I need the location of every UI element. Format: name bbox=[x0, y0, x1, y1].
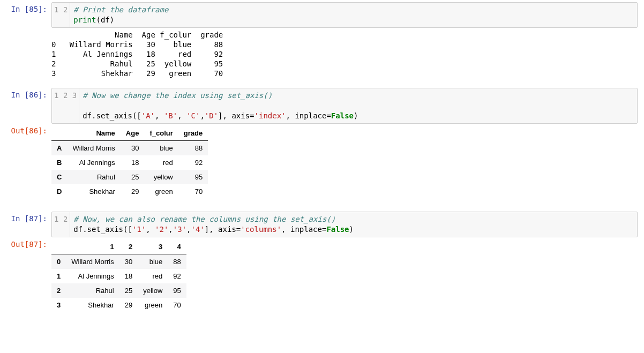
gutter-85: 1 2 bbox=[52, 3, 70, 27]
code-87-comment: # Now, we can also rename the columns us… bbox=[73, 215, 335, 223]
code-86[interactable]: # Now we change the index using set_axis… bbox=[79, 88, 637, 123]
gutter-87: 1 2 bbox=[52, 212, 70, 237]
prompt-in-87: In [87]: bbox=[0, 212, 51, 226]
df-wrap-87: 1 2 3 4 0Willard Morris30blue88 1Al Jenn… bbox=[51, 237, 186, 320]
table-row: BAl Jennings18red92 bbox=[51, 155, 208, 170]
table-row: CRahul25yellow95 bbox=[51, 170, 208, 184]
table-row: AWillard Morris30blue88 bbox=[51, 141, 208, 156]
cell-textout-85: Name Age f_colur grade 0 Willard Morris … bbox=[0, 28, 644, 82]
gutter-86: 1 2 3 bbox=[52, 88, 79, 123]
df-table-87: 1 2 3 4 0Willard Morris30blue88 1Al Jenn… bbox=[51, 239, 186, 312]
df-87-head: 1 2 3 4 bbox=[51, 239, 186, 254]
code-85[interactable]: # Print the dataframe print(df) bbox=[70, 3, 637, 27]
code-85-comment: # Print the dataframe bbox=[73, 5, 168, 14]
table-row: 3Shekhar29green70 bbox=[51, 298, 186, 312]
cell-in-87: In [87]: 1 2 # Now, we can also rename t… bbox=[0, 212, 644, 237]
table-row: 1Al Jennings18red92 bbox=[51, 269, 186, 283]
code-block-86[interactable]: 1 2 3 # Now we change the index using se… bbox=[51, 88, 638, 124]
code-87[interactable]: # Now, we can also rename the columns us… bbox=[70, 212, 637, 237]
cell-in-86: In [86]: 1 2 3 # Now we change the index… bbox=[0, 88, 644, 124]
prompt-empty-85 bbox=[0, 28, 51, 33]
prompt-out-87: Out[87]: bbox=[0, 237, 51, 251]
df-86-head: Name Age f_colur grade bbox=[51, 126, 208, 141]
code-85-rest: (df) bbox=[96, 16, 114, 24]
prompt-in-86: In [86]: bbox=[0, 88, 51, 102]
cell-out-87: Out[87]: 1 2 3 4 0Willard Morris30blue88… bbox=[0, 237, 644, 320]
table-row: 2Rahul25yellow95 bbox=[51, 283, 186, 298]
code-85-print: print bbox=[73, 16, 96, 24]
prompt-out-86: Out[86]: bbox=[0, 124, 51, 138]
code-block-85[interactable]: 1 2 # Print the dataframe print(df) bbox=[51, 2, 638, 28]
text-output-85: Name Age f_colur grade 0 Willard Morris … bbox=[51, 28, 644, 82]
code-86-comment: # Now we change the index using set_axis… bbox=[83, 91, 272, 100]
df-wrap-86: Name Age f_colur grade AWillard Morris30… bbox=[51, 124, 208, 206]
prompt-in-85: In [85]: bbox=[0, 2, 51, 16]
cell-in-85: In [85]: 1 2 # Print the dataframe print… bbox=[0, 2, 644, 28]
table-row: DShekhar29green70 bbox=[51, 184, 208, 199]
cell-out-86: Out[86]: Name Age f_colur grade AWillard… bbox=[0, 124, 644, 206]
df-table-86: Name Age f_colur grade AWillard Morris30… bbox=[51, 126, 208, 199]
code-block-87[interactable]: 1 2 # Now, we can also rename the column… bbox=[51, 212, 638, 237]
table-row: 0Willard Morris30blue88 bbox=[51, 254, 186, 269]
